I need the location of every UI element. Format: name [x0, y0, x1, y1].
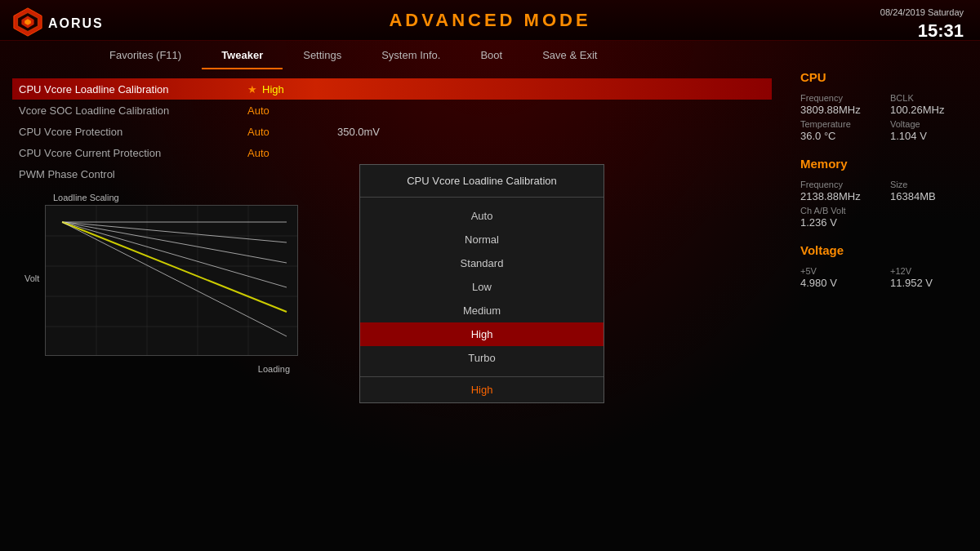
datetime-display: 08/24/2019 Saturday 15:31 — [880, 7, 964, 44]
mem-freq-col: Frequency 2138.88MHz — [800, 180, 890, 202]
nav-boot[interactable]: Boot — [461, 40, 522, 69]
volt-12v-col: +12V 11.952 V — [890, 266, 980, 289]
mem-size-col: Size 16384MB — [890, 180, 980, 202]
dropdown-item-medium[interactable]: Medium — [360, 299, 604, 322]
cpu-temp-row: Temperature 36.0 °C Voltage 1.104 V — [800, 119, 980, 142]
volt-12v-label: +12V — [890, 266, 980, 276]
setting-label-0: CPU Vcore Loadline Calibration — [19, 83, 247, 96]
nav-save[interactable]: Save & Exit — [523, 40, 617, 69]
dropdown-title: CPU Vcore Loadline Calibration — [360, 165, 604, 198]
chart-y-label: Volt — [24, 273, 39, 283]
dropdown-item-auto[interactable]: Auto — [360, 204, 604, 228]
cpu-section-title: CPU — [800, 70, 980, 87]
mem-freq-value: 2138.88MHz — [800, 190, 890, 202]
logo-text: AORUS — [48, 16, 104, 31]
setting-label-3: CPU Vcore Current Protection — [19, 147, 247, 159]
volt-5v-value: 4.980 V — [800, 277, 890, 289]
dropdown-item-turbo[interactable]: Turbo — [360, 346, 604, 370]
dropdown-item-low[interactable]: Low — [360, 275, 604, 299]
cpu-volt-label: Voltage — [890, 119, 980, 129]
cpu-temp-value: 36.0 °C — [800, 130, 890, 142]
mem-size-label: Size — [890, 180, 980, 189]
voltage-info-section: Voltage +5V 4.980 V +12V 11.952 V — [800, 243, 980, 289]
header: AORUS ADVANCED MODE 08/24/2019 Saturday … — [0, 0, 980, 41]
setting-label-2: CPU Vcore Protection — [19, 126, 247, 138]
cpu-freq-label: Frequency — [800, 93, 890, 103]
page-title: ADVANCED MODE — [389, 10, 590, 31]
nav-sysinfo[interactable]: System Info. — [362, 40, 460, 69]
setting-row-vcore-prot[interactable]: CPU Vcore Protection Auto 350.0mV — [12, 121, 772, 142]
mem-size-value: 16384MB — [890, 190, 980, 202]
svg-line-14 — [62, 222, 287, 263]
setting-row-vcore-loadline[interactable]: CPU Vcore Loadline Calibration ★ High — [12, 78, 772, 100]
memory-section-title: Memory — [800, 157, 980, 173]
mem-freq-label: Frequency — [800, 180, 890, 189]
chart-wrapper: Loadline Scaling Volt — [20, 197, 298, 359]
cpu-bclk-label: BCLK — [890, 93, 980, 103]
cpu-freq-value: 3809.88MHz — [800, 104, 890, 116]
mem-chvolt-col: Ch A/B Volt 1.236 V — [800, 206, 980, 229]
chart-title: Loadline Scaling — [53, 193, 119, 202]
nav-settings[interactable]: Settings — [283, 40, 361, 69]
volt-12v-value: 11.952 V — [890, 277, 980, 289]
logo-area: AORUS — [12, 7, 104, 41]
setting-label-4: PWM Phase Control — [19, 168, 247, 180]
date-text: 08/24/2019 Saturday — [880, 7, 964, 17]
dropdown-popup: CPU Vcore Loadline Calibration Auto Norm… — [359, 164, 604, 403]
cpu-info-section: CPU Frequency 3809.88MHz BCLK 100.26MHz … — [800, 70, 980, 142]
content-wrapper: CPU Vcore Loadline Calibration ★ High Vc… — [0, 70, 980, 518]
dropdown-item-standard[interactable]: Standard — [360, 251, 604, 275]
cpu-freq-row: Frequency 3809.88MHz BCLK 100.26MHz — [800, 93, 980, 116]
cpu-temp-col: Temperature 36.0 °C — [800, 119, 890, 142]
setting-value-1: Auto — [247, 104, 313, 117]
volt-5v-col: +5V 4.980 V — [800, 266, 890, 289]
right-panel: CPU Frequency 3809.88MHz BCLK 100.26MHz … — [784, 70, 980, 518]
aorus-logo-icon — [12, 7, 43, 41]
cpu-volt-value: 1.104 V — [890, 130, 980, 142]
cpu-volt-col: Voltage 1.104 V — [890, 119, 980, 142]
star-icon: ★ — [247, 83, 257, 96]
dropdown-item-high[interactable]: High — [360, 322, 604, 346]
memory-info-section: Memory Frequency 2138.88MHz Size 16384MB… — [800, 157, 980, 229]
cpu-bclk-col: BCLK 100.26MHz — [890, 93, 980, 116]
setting-value-2: Auto — [247, 126, 313, 138]
setting-row-vcore-curr[interactable]: CPU Vcore Current Protection Auto — [12, 142, 772, 163]
mem-chvolt-value: 1.236 V — [800, 216, 980, 229]
nav-favorites[interactable]: Favorites (F11) — [90, 40, 201, 69]
setting-label-1: Vcore SOC Loadline Calibration — [19, 104, 247, 117]
time-text: 15:31 — [880, 19, 964, 44]
chart-x-label: Loading — [258, 364, 290, 374]
nav-tweaker[interactable]: Tweaker — [202, 40, 283, 69]
left-panel: CPU Vcore Loadline Calibration ★ High Vc… — [0, 70, 784, 518]
setting-value-3: Auto — [247, 147, 313, 159]
chart-svg-wrapper: Loading — [45, 205, 298, 359]
setting-extra-2: 350.0mV — [337, 126, 380, 138]
dropdown-footer: High — [360, 376, 604, 402]
mem-chvolt-row: Ch A/B Volt 1.236 V — [800, 206, 980, 229]
setting-value-0: High — [262, 83, 327, 96]
loadline-chart — [45, 205, 298, 356]
cpu-freq-col: Frequency 3809.88MHz — [800, 93, 890, 116]
cpu-bclk-value: 100.26MHz — [890, 104, 980, 116]
mem-freq-row: Frequency 2138.88MHz Size 16384MB — [800, 180, 980, 202]
volt-5v-label: +5V — [800, 266, 890, 276]
svg-line-16 — [62, 222, 287, 312]
dropdown-item-normal[interactable]: Normal — [360, 228, 604, 251]
voltage-section-title: Voltage — [800, 243, 980, 260]
cpu-temp-label: Temperature — [800, 119, 890, 129]
mem-chvolt-label: Ch A/B Volt — [800, 206, 980, 216]
dropdown-items: Auto Normal Standard Low Medium High Tur… — [360, 198, 604, 376]
volt-row: +5V 4.980 V +12V 11.952 V — [800, 266, 980, 289]
setting-row-soc-loadline[interactable]: Vcore SOC Loadline Calibration Auto — [12, 100, 772, 121]
